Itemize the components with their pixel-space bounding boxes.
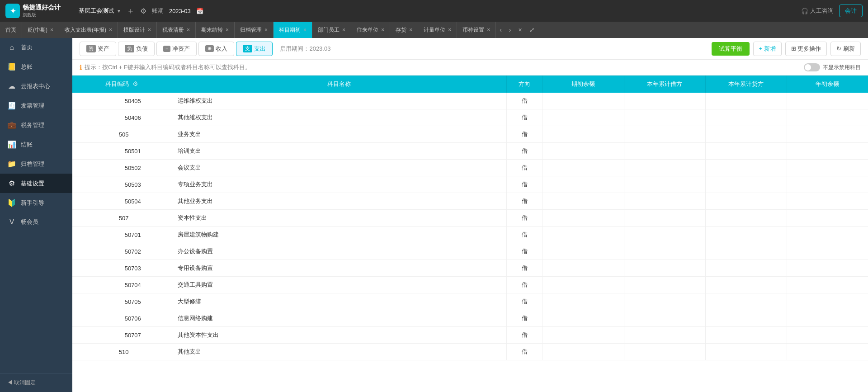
table-row[interactable]: 50705大型修缮借 <box>72 293 868 310</box>
cell-opening-balance[interactable] <box>542 143 624 160</box>
tab-close-icon[interactable]: × <box>226 27 229 33</box>
table-row[interactable]: 50405运维维权支出借 <box>72 93 868 109</box>
table-row[interactable]: 50501培训支出借 <box>72 143 868 160</box>
sidebar-item-ledger[interactable]: 📒 总账 <box>0 57 72 76</box>
sidebar-collapse-button[interactable]: ◀ 取消固定 <box>0 373 72 392</box>
tab-close-icon[interactable]: × <box>487 27 490 33</box>
tab-currency[interactable]: 币种设置 × <box>457 22 496 38</box>
project-selector[interactable]: 基层工会测试 ▼ <box>79 7 121 15</box>
help-button[interactable]: 🎧 人工咨询 <box>801 7 834 15</box>
tab-taxform[interactable]: 税表清册 × <box>157 22 196 38</box>
cell-opening-balance[interactable] <box>542 126 624 143</box>
cell-opening-balance[interactable] <box>542 193 624 210</box>
table-row[interactable]: 50504其他业务支出借 <box>72 193 868 210</box>
table-row[interactable]: 50703专用设备购置借 <box>72 260 868 277</box>
table-row[interactable]: 50702办公设备购置借 <box>72 243 868 260</box>
cell-opening-balance[interactable] <box>542 227 624 243</box>
sub-tab-expense[interactable]: 支 支出 <box>236 42 273 56</box>
sub-tab-income2[interactable]: ⊕ 收入 <box>198 42 234 56</box>
tab-income[interactable]: 收入支出表(年报) × <box>59 22 118 38</box>
col-direction: 方向 <box>506 76 542 93</box>
cell-opening-balance[interactable] <box>542 93 624 109</box>
tab-unit[interactable]: 计量单位 × <box>418 22 457 38</box>
table-row[interactable]: 505业务支出借 <box>72 126 868 143</box>
cell-ytd-balance <box>787 193 868 210</box>
toolbar-right: 试算平衡 + 新增 ⊞ 更多操作 ↻ 刷新 <box>712 42 861 56</box>
tab-bar: 首页 贬(中期) × 收入支出表(年报) × 模版设计 × 税表清册 × 期末结… <box>0 22 868 38</box>
sidebar-item-settings[interactable]: ⚙ 基础设置 <box>0 174 72 193</box>
cell-ytd-balance <box>787 93 868 109</box>
sidebar-item-cloud[interactable]: ☁ 云报表中心 <box>0 76 72 96</box>
tab-archive[interactable]: 归档管理 × <box>235 22 274 38</box>
tab-template[interactable]: 模版设计 × <box>118 22 157 38</box>
cell-ytd-balance <box>787 310 868 327</box>
sidebar-item-invoice[interactable]: 🧾 发票管理 <box>0 96 72 115</box>
tab-close-all[interactable]: × <box>515 22 526 38</box>
table-row[interactable]: 507资本性支出借 <box>72 210 868 227</box>
cell-opening-balance[interactable] <box>542 293 624 310</box>
sidebar-item-home[interactable]: ⌂ 首页 <box>0 38 72 57</box>
cell-code: 50703 <box>72 260 172 277</box>
account-button[interactable]: 会计 <box>839 5 863 17</box>
cell-ytd-credit <box>705 210 787 227</box>
table-row[interactable]: 50406其他维权支出借 <box>72 109 868 126</box>
balance-button[interactable]: 试算平衡 <box>712 42 750 56</box>
sidebar-item-guide[interactable]: 🔰 新手引导 <box>0 193 72 213</box>
sub-tab-equity[interactable]: ≡ 净资产 <box>156 42 197 56</box>
tab-period-end[interactable]: 期末结转 × <box>196 22 235 38</box>
more-button[interactable]: ⊞ 更多操作 <box>785 42 827 56</box>
table-row[interactable]: 50704交通工具购置借 <box>72 277 868 293</box>
tab-partner[interactable]: 往来单位 × <box>351 22 390 38</box>
cell-opening-balance[interactable] <box>542 327 624 344</box>
tab-close-icon[interactable]: × <box>109 27 112 33</box>
tab-subject-init[interactable]: 科目期初 × <box>274 22 312 38</box>
tab-inventory[interactable]: 存货 × <box>390 22 418 38</box>
cell-opening-balance[interactable] <box>542 277 624 293</box>
sidebar-item-archive[interactable]: 📁 归档管理 <box>0 154 72 174</box>
tab-close-icon[interactable]: × <box>303 27 307 33</box>
add-button[interactable]: + 新增 <box>753 42 782 56</box>
cell-opening-balance[interactable] <box>542 176 624 193</box>
cell-opening-balance[interactable] <box>542 210 624 227</box>
cell-ytd-balance <box>787 227 868 243</box>
tab-close-icon[interactable]: × <box>409 27 412 33</box>
cell-opening-balance[interactable] <box>542 344 624 360</box>
sub-tab-asset[interactable]: 资 资产 <box>80 42 116 56</box>
tab-home[interactable]: 首页 <box>0 22 22 38</box>
sidebar-item-tax[interactable]: 💼 税务管理 <box>0 115 72 135</box>
tab-close-icon[interactable]: × <box>50 27 53 33</box>
refresh-button[interactable]: ↻ 刷新 <box>830 42 861 56</box>
calendar-icon[interactable]: 📅 <box>196 8 203 14</box>
disable-toggle[interactable] <box>804 63 820 71</box>
tab-dept-emp[interactable]: 部门员工 × <box>312 22 351 38</box>
tab-close-icon[interactable]: × <box>264 27 268 33</box>
cell-code: 505 <box>72 126 172 143</box>
table-row[interactable]: 50701房屋建筑物购建借 <box>72 227 868 243</box>
table-row[interactable]: 50707其他资本性支出借 <box>72 327 868 344</box>
tab-close-icon[interactable]: × <box>148 27 151 33</box>
tab-scroll-left[interactable]: ‹ <box>496 22 505 38</box>
table-row[interactable]: 50502会议支出借 <box>72 160 868 176</box>
cell-opening-balance[interactable] <box>542 160 624 176</box>
sidebar-item-checkout[interactable]: 📊 结账 <box>0 135 72 154</box>
tab-close-icon[interactable]: × <box>381 27 384 33</box>
table-row[interactable]: 50706信息网络购建借 <box>72 310 868 327</box>
table-row[interactable]: 510其他支出借 <box>72 344 868 360</box>
sidebar-item-vip[interactable]: V 畅会员 <box>0 213 72 231</box>
tab-expand[interactable]: ⤢ <box>526 22 538 38</box>
sub-tab-liability[interactable]: 负 负债 <box>118 42 155 56</box>
tab-bs-mid[interactable]: 贬(中期) × <box>22 22 59 38</box>
settings-icon[interactable]: ⚙ <box>140 7 146 15</box>
tab-scroll-right[interactable]: › <box>505 22 515 38</box>
table-row[interactable]: 50503专项业务支出借 <box>72 176 868 193</box>
tab-close-icon[interactable]: × <box>187 27 190 33</box>
cell-opening-balance[interactable] <box>542 260 624 277</box>
cell-opening-balance[interactable] <box>542 109 624 126</box>
tab-close-icon[interactable]: × <box>342 27 345 33</box>
col-settings-icon[interactable]: ⚙ <box>132 80 138 87</box>
chevron-down-icon: ▼ <box>117 9 121 14</box>
cell-opening-balance[interactable] <box>542 310 624 327</box>
add-project-button[interactable]: ＋ <box>127 5 135 16</box>
cell-opening-balance[interactable] <box>542 243 624 260</box>
tab-close-icon[interactable]: × <box>448 27 451 33</box>
